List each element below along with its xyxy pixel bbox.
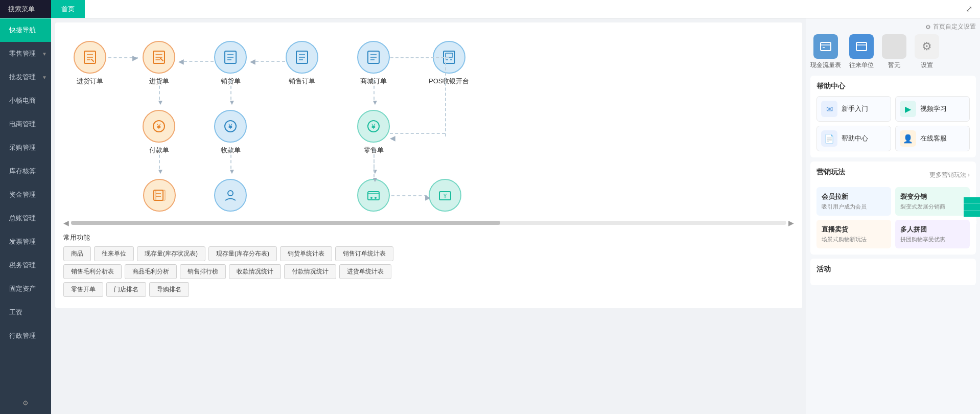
func-btn-sales-rank[interactable]: 销售排行榜 <box>180 264 226 279</box>
func-btn-partners[interactable]: 往来单位 <box>94 246 134 261</box>
sidebar-item-label: 总账管理 <box>9 214 36 223</box>
sidebar-item-assets[interactable]: 固定资产 <box>0 277 51 301</box>
scroll-track[interactable] <box>71 221 786 225</box>
fullscreen-button[interactable]: ⤢ <box>963 3 975 15</box>
distribute-desc: 裂变式发展分销商 <box>900 203 965 211</box>
search-menu[interactable]: 搜索菜单 <box>0 0 51 18</box>
sidebar-item-purchase[interactable]: 采购管理 <box>0 136 51 159</box>
sidebar-item-invoice[interactable]: 发票管理 <box>0 230 51 254</box>
help-item-support[interactable]: 👤 在线客服 <box>895 126 970 151</box>
tab-home[interactable]: 首页 <box>51 0 85 18</box>
marketing-section: 营销玩法 更多营销玩法 › 会员拉新 吸引用户成为会员 裂变分销 裂变式发展分销… <box>810 162 976 255</box>
help-item-video[interactable]: ▶ 视频学习 <box>895 96 970 122</box>
func-btn-sales-order-stat[interactable]: 销售订单统计表 <box>335 246 393 261</box>
chevron-down-icon: ▼ <box>42 51 47 57</box>
flowchart-scroll[interactable]: 进货订单 ▶ 进货单 <box>63 31 794 215</box>
marketing-item-group[interactable]: 多人拼团 拼团购物享受优惠 <box>895 220 970 248</box>
sidebar-item-ecom2[interactable]: 电商管理 <box>0 112 51 136</box>
retail-warehouse-icon <box>357 179 390 212</box>
sidebar-item-retail[interactable]: 零售管理 ▼ <box>0 42 51 65</box>
func-btn-gross1[interactable]: 销售毛利分析表 <box>63 264 122 279</box>
sidebar-item-admin[interactable]: 行政管理 <box>0 324 51 348</box>
helpcenter-label: 帮助中心 <box>842 134 868 143</box>
sidebar-item-label: 电商管理 <box>9 120 36 129</box>
node-retail-settlement[interactable]: ¥ 零售结算 <box>429 179 461 215</box>
quick-access-empty[interactable]: 暂无 <box>882 34 906 70</box>
func-btn-receipt-stat[interactable]: 收款情况统计 <box>229 264 281 279</box>
node-mall-order[interactable]: 商城订单 <box>357 41 390 86</box>
node-sales-order[interactable]: 销售订单 <box>286 41 318 86</box>
settings-icon-box: ⚙ <box>915 34 939 59</box>
sidebar-item-ecom1[interactable]: 小畅电商 <box>0 89 51 112</box>
float-btn-community[interactable]: 服务社区 <box>964 204 980 211</box>
svg-text:¥: ¥ <box>443 193 447 200</box>
retail-settlement-icon: ¥ <box>429 179 461 212</box>
partners-icon-box <box>849 34 874 59</box>
arrow-h3: ◀ <box>250 57 285 65</box>
quick-access-settings[interactable]: ⚙ 设置 <box>915 34 939 70</box>
func-btn-payment-stat[interactable]: 付款情况统计 <box>284 264 336 279</box>
quick-access-cashflow[interactable]: 现金流量表 <box>810 34 841 70</box>
func-row3: 零售开单 门店排名 导购排名 <box>63 282 794 297</box>
marketing-item-live[interactable]: 直播卖货 场景式购物新玩法 <box>816 220 891 248</box>
svg-point-31 <box>228 191 233 196</box>
gear-icon: ⚙ <box>925 24 931 31</box>
sidebar-item-label: 库存核算 <box>9 167 36 176</box>
node-purchase-order[interactable]: 进货订单 <box>74 41 106 86</box>
node-payment[interactable]: ¥ 付款单 <box>143 110 175 155</box>
func-btn-goods[interactable]: 商品 <box>63 246 91 261</box>
marketing-item-distribute[interactable]: 裂变分销 裂变式发展分销商 <box>895 187 970 216</box>
node-pos-order[interactable]: POS收银开台 <box>429 41 469 86</box>
float-btn-desktop[interactable]: 桌面快捷 <box>964 211 980 217</box>
marketing-item-member[interactable]: 会员拉新 吸引用户成为会员 <box>816 187 891 216</box>
sidebar-item-wholesale[interactable]: 批发管理 ▼ <box>0 65 51 89</box>
sidebar-item-ledger[interactable]: 总账管理 <box>0 206 51 230</box>
support-label: 在线客服 <box>920 134 947 143</box>
sidebar-settings-button[interactable]: ⚙ <box>0 392 51 414</box>
scroll-left-arrow[interactable]: ◀ <box>63 219 69 227</box>
member-desc: 吸引用户成为会员 <box>822 203 886 211</box>
svg-rect-18 <box>446 53 453 57</box>
sidebar-item-finance[interactable]: 资金管理 <box>0 183 51 206</box>
node-sales-bill[interactable]: 销货单 <box>214 41 247 86</box>
payment-icon: ¥ <box>143 110 175 143</box>
help-item-helpcenter[interactable]: 📄 帮助中心 <box>816 126 891 151</box>
node-label: 进货订单 <box>77 77 103 86</box>
customize-link[interactable]: ⚙ 首页自定义设置 <box>810 22 976 31</box>
node-retail-warehouse[interactable]: 零售出库 <box>357 179 390 215</box>
right-panel: ⚙ 首页自定义设置 现金流量表 往来单位 <box>806 18 980 414</box>
main-content: 进货订单 ▶ 进货单 <box>51 18 806 414</box>
float-btn-support[interactable]: 客服热线 <box>964 197 980 204</box>
flowchart-container: 进货订单 ▶ 进货单 <box>63 31 503 215</box>
func-btn-gross2[interactable]: 商品毛利分析 <box>125 264 177 279</box>
node-receipt[interactable]: ¥ 收款单 <box>214 110 247 155</box>
scroll-bar: ◀ ▶ <box>63 219 794 227</box>
func-btn-store-rank[interactable]: 门店排名 <box>106 282 146 297</box>
sidebar-item-tax[interactable]: 税务管理 <box>0 254 51 277</box>
main-layout: 快捷导航 零售管理 ▼ 批发管理 ▼ 小畅电商 电商管理 采购管理 库存核算 资… <box>0 18 980 414</box>
func-btn-sales-stat[interactable]: 销货单统计表 <box>280 246 332 261</box>
func-btn-retail-order[interactable]: 零售开单 <box>63 282 103 297</box>
quick-access-partners[interactable]: 往来单位 <box>849 34 874 70</box>
arrow-down2-col2: ▼ <box>228 167 236 175</box>
func-btn-purchase-stat[interactable]: 进货单统计表 <box>339 264 391 279</box>
func-btn-stock2[interactable]: 现存量(库存分布表) <box>208 246 277 261</box>
help-item-beginner[interactable]: ✉ 新手入门 <box>816 96 891 122</box>
svg-rect-37 <box>821 42 831 51</box>
sidebar-item-payroll[interactable]: 工资 <box>0 301 51 324</box>
sidebar-item-inventory[interactable]: 库存核算 <box>0 159 51 183</box>
more-marketing-link[interactable]: 更多营销玩法 › <box>929 171 970 179</box>
func-btn-guide-rank[interactable]: 导购排名 <box>149 282 189 297</box>
func-btn-stock1[interactable]: 现存量(库存状况表) <box>137 246 205 261</box>
purchase-order-icon <box>74 41 106 74</box>
arrow-v2-col2 <box>230 149 231 169</box>
node-customer-account[interactable]: 客户账本 <box>214 179 247 215</box>
node-purchase-bill[interactable]: 进货单 <box>143 41 175 86</box>
quick-nav-card: 进货订单 ▶ 进货单 <box>55 22 802 308</box>
scroll-right-arrow[interactable]: ▶ <box>788 219 794 227</box>
marketing-title: 营销玩法 <box>816 168 845 177</box>
sidebar-item-quicknav[interactable]: 快捷导航 <box>0 18 51 42</box>
node-supplier-account[interactable]: 供应商账本 <box>143 179 176 215</box>
sales-bill-icon <box>214 41 247 74</box>
node-retail-bill[interactable]: ¥ 零售单 <box>357 110 390 155</box>
